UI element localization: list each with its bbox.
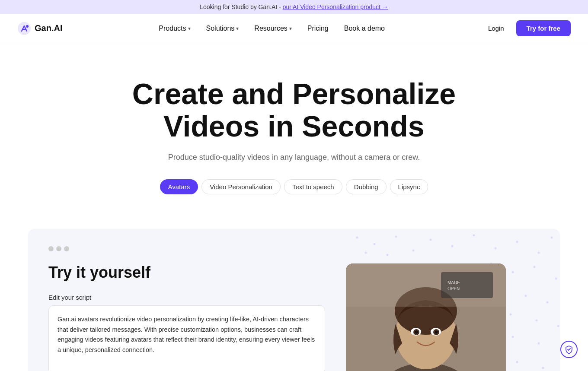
svg-point-33 xyxy=(546,301,549,303)
tab-lipsync[interactable]: Lipsync xyxy=(390,179,428,194)
window-dots xyxy=(48,246,540,251)
hero-section: Create and Personalize Videos in Seconds… xyxy=(0,43,588,229)
window-dot-2 xyxy=(56,246,61,251)
shield-icon xyxy=(565,345,573,354)
nav-book-demo[interactable]: Book a demo xyxy=(338,21,391,36)
navbar-nav: Products ▾ Solutions ▾ Resources ▾ Prici… xyxy=(153,21,391,36)
window-dot-3 xyxy=(64,246,69,251)
nav-products[interactable]: Products ▾ xyxy=(153,21,196,36)
svg-point-77 xyxy=(435,330,438,333)
feature-tabs: Avatars Video Personalization Text to sp… xyxy=(17,179,571,194)
logo-text: Gan.AI xyxy=(35,23,62,33)
products-chevron-icon: ▾ xyxy=(188,25,191,32)
demo-right-panel: MADE OPEN xyxy=(346,263,506,371)
navbar: Gan.AI Products ▾ Solutions ▾ Resources … xyxy=(0,14,588,43)
demo-card-wrapper: Try it yourself Edit your script Gan.ai … xyxy=(17,229,571,371)
demo-title: Try it yourself xyxy=(48,263,325,282)
svg-point-4 xyxy=(395,235,397,238)
svg-point-42 xyxy=(557,325,559,327)
logo[interactable]: Gan.AI xyxy=(17,22,62,35)
svg-point-5 xyxy=(365,251,367,254)
avatar-figure: MADE OPEN xyxy=(346,263,506,371)
svg-point-12 xyxy=(516,241,518,243)
hero-subtext: Produce studio-quality videos in any lan… xyxy=(17,153,571,162)
nav-solutions[interactable]: Solutions ▾ xyxy=(200,21,245,36)
hero-headline: Create and Personalize Videos in Seconds xyxy=(99,78,489,143)
svg-text:OPEN: OPEN xyxy=(447,286,460,291)
svg-point-58 xyxy=(542,367,544,369)
banner-link[interactable]: our AI Video Personalization product → xyxy=(283,3,388,10)
svg-text:MADE: MADE xyxy=(447,280,460,285)
tab-dubbing[interactable]: Dubbing xyxy=(346,179,387,194)
window-dot-1 xyxy=(48,246,54,251)
svg-point-14 xyxy=(551,236,553,238)
nav-pricing[interactable]: Pricing xyxy=(301,21,335,36)
svg-point-6 xyxy=(387,254,389,256)
script-label: Edit your script xyxy=(48,294,325,301)
try-free-button[interactable]: Try for free xyxy=(516,20,571,36)
svg-point-0 xyxy=(18,22,31,35)
shield-badge-button[interactable] xyxy=(560,341,578,358)
banner-text: Looking for Studio by Gan.AI - xyxy=(200,3,282,10)
svg-rect-79 xyxy=(441,272,493,298)
script-text: Gan.ai avatars revolutionize video perso… xyxy=(58,316,315,354)
svg-point-10 xyxy=(473,234,475,236)
script-textarea[interactable]: Gan.ai avatars revolutionize video perso… xyxy=(48,305,325,371)
top-banner: Looking for Studio by Gan.AI - our AI Vi… xyxy=(0,0,588,14)
avatar-video-preview: MADE OPEN xyxy=(346,263,506,371)
svg-point-13 xyxy=(538,251,540,254)
tab-avatars[interactable]: Avatars xyxy=(160,179,198,194)
login-button[interactable]: Login xyxy=(481,21,511,35)
svg-point-24 xyxy=(555,277,557,279)
svg-point-3 xyxy=(374,243,376,245)
navbar-actions: Login Try for free xyxy=(481,20,571,36)
avatar-image: MADE OPEN xyxy=(346,263,506,371)
resources-chevron-icon: ▾ xyxy=(289,25,292,32)
svg-point-2 xyxy=(356,236,358,238)
demo-left-panel: Try it yourself Edit your script Gan.ai … xyxy=(48,263,325,371)
nav-resources[interactable]: Resources ▾ xyxy=(248,21,297,36)
logo-icon xyxy=(17,22,31,35)
tab-text-to-speech[interactable]: Text to speech xyxy=(284,179,342,194)
demo-card: Try it yourself Edit your script Gan.ai … xyxy=(28,229,560,371)
svg-point-8 xyxy=(430,238,432,241)
solutions-chevron-icon: ▾ xyxy=(236,25,239,32)
demo-inner: Try it yourself Edit your script Gan.ai … xyxy=(48,263,540,371)
tab-video-personalization[interactable]: Video Personalization xyxy=(201,179,281,194)
svg-point-1 xyxy=(26,25,29,28)
svg-point-76 xyxy=(415,330,418,333)
